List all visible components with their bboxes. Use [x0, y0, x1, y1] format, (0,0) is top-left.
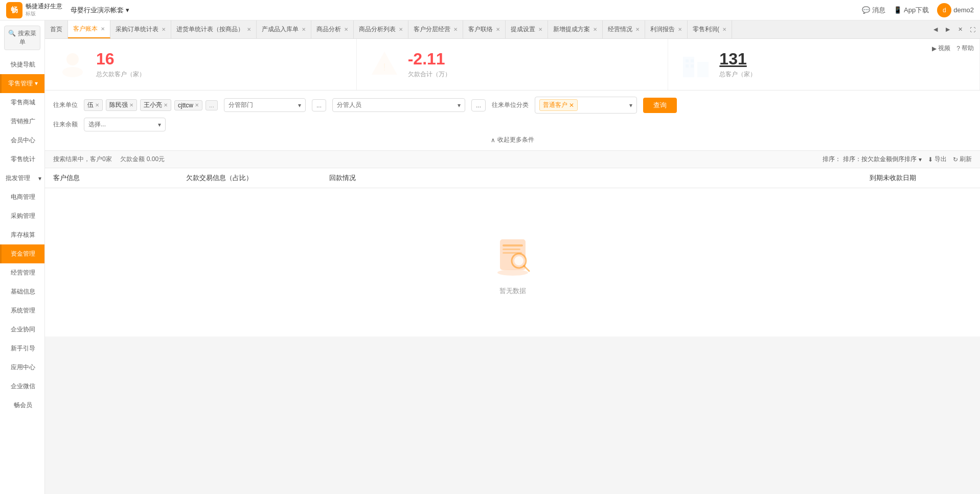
sidebar-item-label: 企业协同	[11, 326, 35, 333]
tab-prev-btn[interactable]: ◀	[930, 24, 941, 35]
tab-close-icon[interactable]: ✕	[162, 27, 166, 32]
sidebar-item-purchase[interactable]: 采购管理	[0, 207, 44, 226]
person-arrow: ▾	[458, 102, 461, 109]
result-actions: 排序： 排序：按欠款金额倒序排序 ▾ ⬇ 导出 ↻ 刷新	[823, 155, 972, 164]
tab-label: 商品分析	[316, 25, 341, 34]
person-dots-btn[interactable]: ...	[471, 99, 486, 111]
sort-select[interactable]: 排序： 排序：按欠款金额倒序排序 ▾	[823, 155, 922, 164]
sidebar-item-finance[interactable]: 资金管理	[0, 244, 44, 263]
balance-placeholder: 选择...	[88, 120, 106, 129]
svg-text:!: !	[383, 61, 386, 73]
tag-close-wang[interactable]: ✕	[164, 102, 168, 108]
balance-select[interactable]: 选择... ▾	[84, 118, 166, 131]
person-select[interactable]: 分管人员 ▾	[332, 98, 465, 112]
sidebar-item-wechat[interactable]: 企业微信	[0, 377, 44, 396]
tab-home[interactable]: 首页	[45, 20, 68, 38]
tab-product-analysis[interactable]: 商品分析 ✕	[311, 20, 354, 38]
category-tag-close[interactable]: ✕	[569, 102, 574, 109]
tab-close-icon[interactable]: ✕	[496, 27, 500, 32]
tab-label: 客户联络	[468, 25, 493, 34]
stat-customers: 16 总欠款客户（家）	[45, 39, 357, 90]
customers-icon	[57, 49, 88, 80]
tab-close-icon[interactable]: ✕	[344, 27, 348, 32]
sidebar-item-inventory[interactable]: 库存核算	[0, 226, 44, 244]
sidebar-item-ecommerce[interactable]: 电商管理	[0, 188, 44, 207]
tab-business-situation[interactable]: 经营情况 ✕	[603, 20, 645, 38]
sidebar-item-label: 企业微信	[11, 383, 35, 390]
tab-next-btn[interactable]: ▶	[942, 24, 953, 35]
tab-close-icon[interactable]: ✕	[593, 27, 597, 32]
sidebar-item-operations[interactable]: 经营管理	[0, 263, 44, 282]
tab-close-all-btn[interactable]: ✕	[954, 24, 966, 35]
sidebar-item-app-center[interactable]: 应用中心	[0, 358, 44, 377]
tab-retail-profit[interactable]: 零售利润( ✕	[688, 20, 732, 38]
svg-point-9	[497, 270, 528, 276]
tab-new-commission[interactable]: 新增提成方案 ✕	[548, 20, 603, 38]
message-label: 消息	[872, 6, 885, 15]
sidebar-item-retail-mall[interactable]: 零售商城	[0, 93, 44, 112]
tab-customer-tier[interactable]: 客户分层经营 ✕	[408, 20, 463, 38]
tab-fullscreen-btn[interactable]: ⛶	[967, 24, 978, 35]
tab-label: 新增提成方案	[553, 25, 590, 34]
tab-close-icon[interactable]: ✕	[101, 26, 105, 32]
sidebar-item-basic-info[interactable]: 基础信息	[0, 282, 44, 301]
tab-purchase-order-stats[interactable]: 采购订单统计表 ✕	[110, 20, 171, 38]
sidebar-item-wholesale[interactable]: 批发管理 ▾	[0, 169, 44, 188]
help-btn[interactable]: ? 帮助	[956, 44, 974, 53]
sidebar-item-new-guide[interactable]: 新手引导	[0, 339, 44, 358]
sidebar-item-member[interactable]: 畅会员	[0, 396, 44, 415]
avatar: d	[937, 3, 951, 17]
filter-row-2: 往来余额 选择... ▾	[53, 118, 972, 131]
sidebar-item-marketing[interactable]: 营销推广	[0, 112, 44, 131]
tab-close-icon[interactable]: ✕	[635, 27, 640, 32]
sidebar-item-label: 资金管理	[11, 250, 35, 257]
video-btn[interactable]: ▶ 视频	[932, 44, 950, 53]
tab-commission-settings[interactable]: 提成设置 ✕	[506, 20, 548, 38]
sidebar-item-system[interactable]: 系统管理	[0, 301, 44, 320]
tab-close-icon[interactable]: ✕	[538, 27, 542, 32]
sidebar-item-label: 零售统计	[11, 155, 35, 163]
dept-select[interactable]: 分管部门 ▾	[224, 98, 306, 112]
sort-label-text: 排序：	[823, 155, 841, 164]
sidebar-item-collaboration[interactable]: 企业协同	[0, 320, 44, 339]
tab-customer-contact[interactable]: 客户联络 ✕	[463, 20, 506, 38]
sidebar-item-retail-stats[interactable]: 零售统计	[0, 150, 44, 169]
category-label: 往来单位分类	[492, 101, 529, 109]
filter-area: 往来单位 伍 ✕ 陈民强 ✕ 王小亮 ✕	[45, 91, 980, 151]
tab-inbound-stats[interactable]: 进货单统计表（按商品） ✕	[171, 20, 257, 38]
svg-rect-7	[686, 64, 689, 68]
tab-customer-ledger[interactable]: 客户账本 ✕	[68, 20, 110, 38]
sidebar-item-member-center[interactable]: 会员中心	[0, 131, 44, 150]
query-button[interactable]: 查询	[643, 98, 677, 113]
tab-production[interactable]: 产成品入库单 ✕	[257, 20, 311, 38]
tag-close-chen[interactable]: ✕	[129, 102, 133, 108]
tab-close-icon[interactable]: ✕	[399, 27, 403, 32]
collapse-btn[interactable]: ∧ 收起更多条件	[53, 136, 972, 144]
stats-bar: 16 总欠款客户（家） ! -2.11 欠款合计（万）	[45, 39, 980, 91]
export-btn[interactable]: ⬇ 导出	[928, 155, 947, 164]
tab-profit-report[interactable]: 利润报告 ✕	[645, 20, 688, 38]
message-btn[interactable]: 💬 消息	[862, 6, 885, 15]
app-download-btn[interactable]: 📱 App下载	[894, 6, 929, 15]
sidebar-item-retail-management[interactable]: 零售管理 ▾	[0, 74, 44, 93]
filter-more-btn[interactable]: ...	[206, 100, 218, 110]
svg-point-15	[514, 256, 523, 265]
sidebar-item-quick-nav[interactable]: 快捷导航	[0, 55, 44, 74]
tag-close-cjttcw[interactable]: ✕	[195, 102, 199, 108]
user-area[interactable]: d demo2	[937, 3, 974, 17]
tag-close-wu[interactable]: ✕	[95, 102, 99, 108]
total-customers2-label: 总客户（家）	[719, 70, 756, 79]
refresh-btn[interactable]: ↻ 刷新	[953, 155, 972, 164]
search-menu-button[interactable]: 🔍 搜索菜单	[4, 26, 40, 50]
tab-close-icon[interactable]: ✕	[453, 27, 458, 32]
tab-close-icon[interactable]: ✕	[722, 27, 726, 32]
tab-product-analysis-list[interactable]: 商品分析列表 ✕	[354, 20, 408, 38]
dots-icon: ...	[316, 102, 322, 109]
tab-close-icon[interactable]: ✕	[678, 27, 682, 32]
tab-close-icon[interactable]: ✕	[247, 27, 251, 32]
category-select[interactable]: 普通客户 ✕ ▾	[535, 97, 637, 114]
tab-close-icon[interactable]: ✕	[302, 27, 306, 32]
org-selector[interactable]: 母婴行业演示帐套 ▾	[66, 4, 133, 17]
expand-icon: ▾	[38, 175, 41, 182]
dept-dots-btn[interactable]: ...	[312, 99, 326, 111]
